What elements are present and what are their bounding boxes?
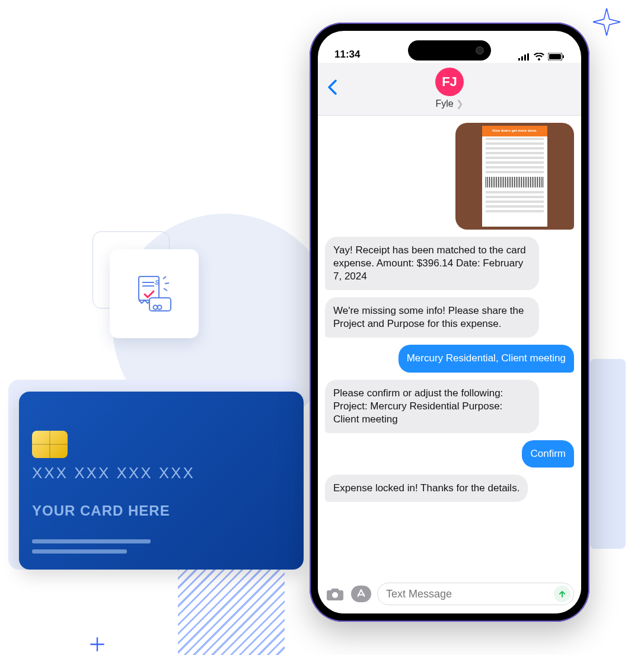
svg-rect-12	[527, 53, 529, 61]
back-button[interactable]	[327, 79, 337, 99]
chevron-left-icon	[327, 80, 337, 95]
svg-rect-11	[524, 55, 526, 61]
svg-rect-10	[521, 56, 523, 61]
messages-list[interactable]: How doers get more done. Yay! Receipt ha…	[318, 116, 581, 580]
message-receipt-image[interactable]: How doers get more done.	[455, 123, 574, 230]
app-store-icon	[356, 589, 366, 599]
battery-icon	[548, 53, 565, 61]
svg-line-7	[165, 283, 169, 284]
avatar[interactable]: FJ	[435, 68, 464, 96]
contact-name: Fyle	[435, 98, 453, 109]
message-outgoing[interactable]: Confirm	[522, 440, 574, 468]
cellular-icon	[518, 53, 530, 61]
app-store-button[interactable]	[351, 586, 371, 602]
decor-side-rect	[590, 359, 626, 549]
status-time: 11:34	[334, 49, 360, 61]
svg-line-8	[164, 288, 167, 291]
svg-rect-15	[563, 55, 564, 58]
card-number: XXX XXX XXX XXX	[32, 464, 291, 482]
plus-icon	[89, 636, 106, 653]
svg-line-6	[163, 276, 166, 279]
message-incoming[interactable]: We're missing some info! Please share th…	[325, 297, 539, 338]
dynamic-island	[408, 40, 491, 61]
input-row	[318, 580, 581, 613]
receipt-match-icon: $	[110, 249, 199, 338]
wifi-icon	[534, 53, 544, 61]
svg-point-16	[332, 592, 338, 598]
decor-diagonal-lines	[178, 570, 285, 655]
message-input[interactable]	[377, 583, 574, 605]
chip-icon	[32, 431, 68, 458]
send-button[interactable]	[554, 586, 570, 602]
message-incoming[interactable]: Please confirm or adjust the following: …	[325, 380, 539, 433]
receipt-brand: How doers get more done.	[482, 126, 547, 136]
message-incoming[interactable]: Yay! Receipt has been matched to the car…	[325, 237, 539, 290]
phone-screen: 11:34 FJ Fyle ❯ How doers get more d	[318, 31, 581, 613]
chevron-right-icon: ❯	[456, 98, 464, 109]
receipt-graphic: How doers get more done.	[482, 126, 547, 227]
svg-rect-9	[518, 58, 520, 61]
svg-rect-14	[549, 54, 561, 59]
camera-icon	[326, 587, 344, 601]
barcode-icon	[486, 177, 544, 187]
phone-frame: 11:34 FJ Fyle ❯ How doers get more d	[310, 23, 589, 622]
credit-card: XXX XXX XXX XXX YOUR CARD HERE	[19, 392, 304, 570]
contact-name-button[interactable]: Fyle ❯	[327, 98, 572, 109]
camera-button[interactable]	[325, 586, 345, 602]
card-label: YOUR CARD HERE	[32, 503, 291, 519]
sparkle-icon	[593, 8, 620, 36]
avatar-letter: FJ	[442, 74, 457, 90]
arrow-up-icon	[558, 590, 566, 598]
chat-header: FJ Fyle ❯	[318, 63, 581, 116]
card-placeholder-lines	[32, 539, 291, 554]
svg-text:$: $	[155, 279, 159, 286]
message-incoming[interactable]: Expense locked in! Thanks for the detail…	[325, 475, 528, 502]
message-outgoing[interactable]: Mercury Residential, Client meeting	[398, 345, 574, 372]
